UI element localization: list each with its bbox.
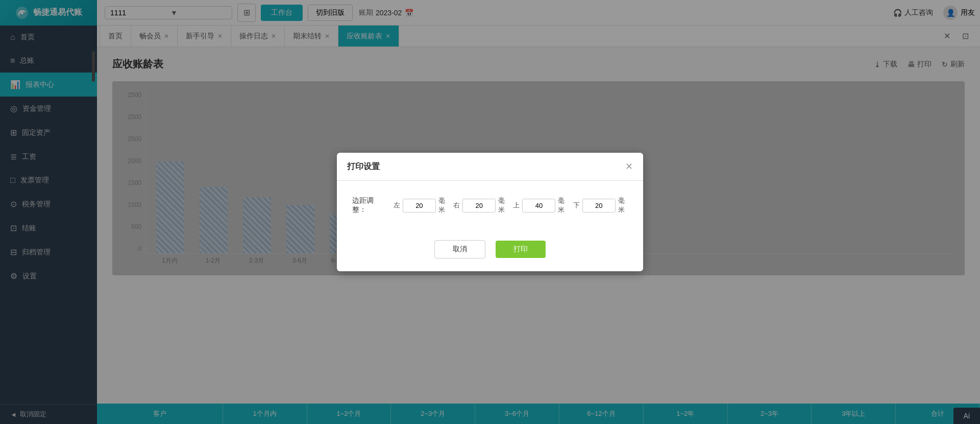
modal-overlay: 打印设置 ✕ 边距调整： 左 毫米 右 毫米 上 毫米 — [0, 0, 980, 424]
print-confirm-button[interactable]: 打印 — [496, 241, 546, 258]
right-input[interactable] — [462, 199, 496, 213]
right-label: 右 — [453, 201, 460, 210]
modal-title: 打印设置 — [347, 161, 380, 172]
top-label: 上 — [513, 201, 520, 210]
bottom-unit: 毫米 — [618, 196, 628, 215]
top-unit: 毫米 — [558, 196, 568, 215]
margin-label: 边距调整： — [352, 196, 386, 215]
top-input[interactable] — [522, 199, 555, 213]
print-settings-modal: 打印设置 ✕ 边距调整： 左 毫米 右 毫米 上 毫米 — [337, 153, 643, 271]
left-input[interactable] — [403, 199, 436, 213]
modal-close-button[interactable]: ✕ — [625, 161, 633, 172]
left-unit: 毫米 — [438, 196, 448, 215]
margin-right-item: 右 毫米 — [453, 196, 508, 215]
right-unit: 毫米 — [498, 196, 508, 215]
bottom-input[interactable] — [582, 199, 616, 213]
margin-top-item: 上 毫米 — [513, 196, 568, 215]
modal-header: 打印设置 ✕ — [337, 153, 643, 181]
margin-row: 边距调整： 左 毫米 右 毫米 上 毫米 下 — [352, 196, 628, 215]
margin-left-item: 左 毫米 — [394, 196, 448, 215]
bottom-label: 下 — [573, 201, 580, 210]
left-label: 左 — [394, 201, 400, 210]
margin-bottom-item: 下 毫米 — [573, 196, 628, 215]
modal-footer: 取消 打印 — [337, 230, 643, 271]
cancel-button[interactable]: 取消 — [434, 240, 485, 258]
modal-body: 边距调整： 左 毫米 右 毫米 上 毫米 下 — [337, 181, 643, 230]
